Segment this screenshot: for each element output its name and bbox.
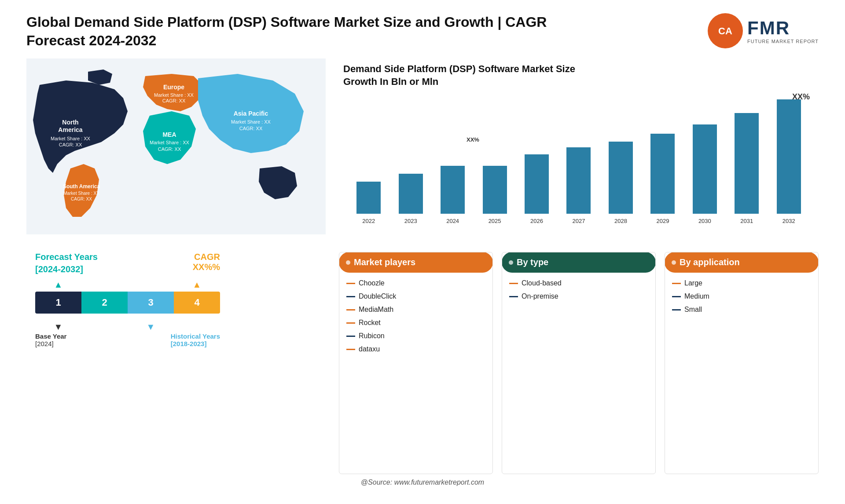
bar-2023 <box>399 174 423 214</box>
item-dash <box>672 283 681 284</box>
hist-years-label: Historical Years <box>171 332 220 340</box>
bar-2026 <box>525 154 549 214</box>
bar-2028 <box>609 142 633 214</box>
item-name: Small <box>684 306 702 314</box>
svg-text:CA: CA <box>718 26 732 37</box>
bar-year-2027: 2027 <box>573 218 585 224</box>
bar-year-2022: 2022 <box>362 218 375 224</box>
chart-bars-wrapper: 2022202320242025202620272028202920302031… <box>343 92 810 224</box>
base-year-group: Base Year [2024] <box>35 332 66 347</box>
arrow-orange-up: ▲ <box>193 280 202 290</box>
category-card-market-players: Market playersChoozleDoubleClickMediaMat… <box>339 252 493 474</box>
base-year-label: Base Year <box>35 332 66 340</box>
cagr-value: XX%% <box>193 262 220 272</box>
asia-pacific-share: Market Share : XX <box>231 119 271 124</box>
logo-svg: CA <box>712 18 738 44</box>
mea-label: MEA <box>162 131 176 138</box>
bar-group-2029: 2029 <box>642 134 683 224</box>
timeline-seg-2: 2 <box>81 292 128 314</box>
bar-2025 <box>483 166 507 214</box>
list-item: Large <box>672 279 811 287</box>
bar-year-2029: 2029 <box>656 218 669 224</box>
category-title-by-type: By type <box>517 257 548 267</box>
bar-year-2028: 2028 <box>614 218 627 224</box>
item-dash <box>346 296 355 297</box>
logo-text: FMR Future Market Report <box>747 18 819 44</box>
south-america-cagr: CAGR: XX <box>71 197 92 201</box>
list-item: On-premise <box>509 292 648 300</box>
list-item: Rocket <box>346 319 485 327</box>
bar-year-2030: 2030 <box>698 218 711 224</box>
bar-group-2030: 2030 <box>684 124 726 224</box>
item-dash <box>346 309 355 310</box>
arrow-teal-up: ▲ <box>54 280 63 290</box>
forecast-header: Forecast Years [2024-2032] CAGR XX%% <box>35 252 220 277</box>
north-america-share: Market Share : XX <box>51 136 91 141</box>
arrow-dark-down: ▼ <box>54 322 63 331</box>
list-item: MediaMath <box>346 306 485 314</box>
list-item: Small <box>672 306 811 314</box>
header: Global Demand Side Platform (DSP) Softwa… <box>26 13 819 50</box>
item-name: Medium <box>684 292 709 300</box>
page-title: Global Demand Side Platform (DSP) Softwa… <box>26 13 599 50</box>
category-card-by-type: By typeCloud-basedOn-premise <box>502 252 656 474</box>
category-cards: Market playersChoozleDoubleClickMediaMat… <box>339 252 819 474</box>
category-title-by-application: By application <box>680 257 740 267</box>
list-item: Choozle <box>346 279 485 287</box>
item-name: On-premise <box>522 292 558 300</box>
hist-years-group: Historical Years [2018-2023] <box>171 332 220 347</box>
bar-2029 <box>650 134 675 214</box>
main-content: North America Market Share : XX CAGR: XX… <box>26 58 819 474</box>
year-labels: Base Year [2024] Historical Years [2018-… <box>35 332 220 347</box>
forecast-years-range: [2024-2032] <box>35 264 98 274</box>
list-item: dataxu <box>346 345 485 353</box>
europe-label: Europe <box>163 84 184 91</box>
bar-year-2032: 2032 <box>783 218 795 224</box>
category-dot-by-application <box>672 260 676 265</box>
item-dash <box>346 336 355 337</box>
cagr-group: CAGR XX%% <box>193 252 220 272</box>
bar-group-2023: 2023 <box>389 174 431 224</box>
category-header-by-application: By application <box>665 252 819 273</box>
arrow-row-top: ▲ ▲ <box>35 281 220 292</box>
item-dash <box>672 296 681 297</box>
bar-group-2022: 2022 <box>348 182 389 224</box>
list-item: Rubicon <box>346 332 485 340</box>
bar-group-2024: 2024 <box>432 166 474 224</box>
item-dash <box>346 283 355 284</box>
bar-year-2026: 2026 <box>530 218 543 224</box>
item-name: Choozle <box>359 279 385 287</box>
south-america-label: South America <box>63 183 100 190</box>
north-america-cagr: CAGR: XX <box>59 142 82 147</box>
item-name: dataxu <box>359 345 380 353</box>
bar-year-2031: 2031 <box>740 218 753 224</box>
bar-group-2028: 2028 <box>600 142 642 224</box>
bar-group-2032: 2032 <box>768 99 810 224</box>
source-bar: @Source: www.futuremarketreport.com <box>26 474 819 491</box>
base-year-value: [2024] <box>35 340 66 347</box>
bar-year-2024: 2024 <box>446 218 459 224</box>
mea-cagr: CAGR: XX <box>158 146 181 152</box>
timeline-seg-4: 4 <box>174 292 220 314</box>
asia-pacific-cagr: CAGR: XX <box>239 126 263 131</box>
item-name: Large <box>684 279 702 287</box>
bar-group-2025: 2025 <box>474 166 515 224</box>
category-title-market-players: Market players <box>354 257 415 267</box>
category-dot-by-type <box>509 260 513 265</box>
page: Global Demand Side Platform (DSP) Softwa… <box>0 0 845 504</box>
timeline-seg-1: 1 <box>35 292 81 314</box>
forecast-label: Forecast Years <box>35 252 98 262</box>
item-dash <box>346 322 355 324</box>
list-item: DoubleClick <box>346 292 485 300</box>
bar-year-2023: 2023 <box>404 218 417 224</box>
logo-area: CA FMR Future Market Report <box>708 13 819 48</box>
forecast-box: Forecast Years [2024-2032] CAGR XX%% ▲ <box>26 243 229 356</box>
world-map-svg: North America Market Share : XX CAGR: XX… <box>26 58 326 234</box>
chart-area: Demand Side Platform (DSP) Software Mark… <box>339 58 819 243</box>
forecast-years-group: Forecast Years [2024-2032] <box>35 252 98 277</box>
left-section: North America Market Share : XX CAGR: XX… <box>26 58 326 474</box>
mea-share: Market Share : XX <box>150 140 190 145</box>
bar-2032 <box>777 99 801 214</box>
north-america-label2: America <box>58 126 82 133</box>
arrow-row-bottom: ▼ ▼ <box>35 320 220 332</box>
